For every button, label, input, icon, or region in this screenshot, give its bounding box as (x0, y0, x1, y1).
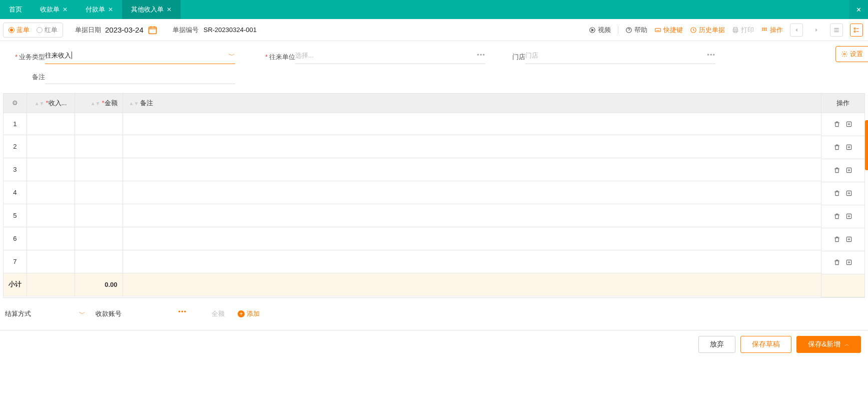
settlement-method-label: 结算方式 (5, 309, 31, 318)
svg-point-15 (843, 53, 845, 55)
add-row-icon[interactable] (845, 213, 852, 220)
history-link[interactable]: 历史单据 (690, 26, 725, 35)
delete-icon[interactable] (833, 190, 840, 197)
svg-rect-3 (655, 28, 661, 32)
save-draft-button[interactable]: 保存草稿 (740, 336, 791, 353)
col-header-ops: 操作 (821, 94, 864, 113)
sort-icon[interactable]: ▲▼ (129, 101, 139, 106)
more-icon[interactable]: ••• (477, 51, 485, 59)
chevron-down-icon: ﹀ (229, 51, 235, 60)
store-label: 门店 (512, 53, 525, 61)
subtotal-row: 小计 0.00 (4, 273, 821, 296)
table-row[interactable]: 7 (4, 250, 821, 273)
svg-rect-13 (854, 28, 855, 29)
add-row-icon[interactable] (845, 144, 852, 151)
biz-type-input[interactable]: 往来收入 ﹀ (45, 50, 235, 64)
delete-icon[interactable] (833, 121, 840, 128)
sort-icon[interactable]: ▲▼ (91, 101, 101, 106)
settlement-row: 结算方式 ﹀ 收款账号 ••• 全额 + 添加 (0, 298, 868, 330)
remark-field: 备注 (0, 67, 868, 93)
actions-link[interactable]: 操作 (761, 26, 783, 35)
video-link[interactable]: 视频 (589, 26, 611, 35)
calendar-icon[interactable] (148, 25, 158, 35)
delete-icon[interactable] (833, 259, 840, 266)
doc-code-value: SR-20230324-001 (204, 26, 257, 34)
add-settlement-button[interactable]: + 添加 (238, 309, 260, 318)
table-row[interactable]: 5 (4, 204, 821, 227)
save-and-new-button[interactable]: 保存&新增︿ (796, 336, 861, 353)
add-row-icon[interactable] (845, 121, 852, 128)
account-label: 收款账号 (96, 309, 122, 318)
row-ops (821, 251, 864, 274)
svg-rect-7 (762, 28, 763, 29)
add-row-icon[interactable] (845, 259, 852, 266)
prev-record-button[interactable] (790, 24, 803, 37)
next-record-button[interactable] (810, 24, 823, 37)
tab-payment[interactable]: 付款单✕ (77, 0, 122, 19)
close-all-tabs-button[interactable]: ✕ (849, 0, 868, 19)
svg-rect-0 (149, 27, 156, 34)
col-header-remark[interactable]: ▲▼备注 (123, 94, 821, 113)
account-input[interactable]: ••• (127, 307, 187, 321)
doc-code-label: 单据编号 (173, 26, 199, 35)
delete-icon[interactable] (833, 144, 840, 151)
biz-type-label: 业务类型 (19, 53, 45, 61)
svg-rect-11 (764, 29, 765, 30)
col-header-gear[interactable]: ⚙ (4, 94, 27, 113)
row-ops (821, 159, 864, 182)
table-row[interactable]: 4 (4, 181, 821, 204)
doc-date-label: 单据日期 (75, 26, 101, 35)
tab-home[interactable]: 首页 (0, 0, 31, 19)
row-ops (821, 205, 864, 228)
svg-rect-10 (762, 29, 763, 30)
table-row[interactable]: 2 (4, 135, 821, 158)
layout-compact-button[interactable] (830, 24, 843, 37)
sort-icon[interactable]: ▲▼ (35, 101, 45, 106)
close-icon[interactable]: ✕ (63, 6, 68, 13)
doc-date-value[interactable]: 2023-03-24 (105, 26, 144, 34)
party-input[interactable]: 选择... ••• (295, 50, 485, 64)
add-row-icon[interactable] (845, 167, 852, 174)
chevron-up-icon: ︿ (844, 341, 849, 348)
discard-button[interactable]: 放弃 (698, 336, 735, 353)
radio-red[interactable]: 红单 (37, 26, 58, 35)
scrollbar-indicator[interactable] (865, 120, 868, 170)
settlement-method-input[interactable] (36, 307, 81, 321)
plus-icon: + (238, 310, 245, 317)
col-header-income[interactable]: ▲▼*收入... (27, 94, 75, 113)
col-header-amount[interactable]: ▲▼*金额 (75, 94, 123, 113)
row-ops (821, 113, 864, 136)
table-row[interactable]: 1 (4, 113, 821, 135)
delete-icon[interactable] (833, 167, 840, 174)
radio-blue[interactable]: 蓝单 (9, 26, 30, 35)
more-icon[interactable]: ••• (178, 308, 187, 315)
delete-icon[interactable] (833, 213, 840, 220)
print-link[interactable]: 打印 (732, 26, 754, 35)
tab-receipt[interactable]: 收款单✕ (31, 0, 77, 19)
store-field: 门店 门店 ••• (505, 50, 715, 64)
remark-input[interactable] (45, 70, 235, 84)
full-amount-label[interactable]: 全额 (212, 309, 225, 318)
close-icon[interactable]: ✕ (167, 6, 172, 13)
table-row[interactable]: 6 (4, 227, 821, 250)
tab-other-income[interactable]: 其他收入单✕ (122, 0, 181, 19)
layout-detailed-button[interactable] (850, 24, 863, 37)
add-row-icon[interactable] (845, 190, 852, 197)
help-link[interactable]: 帮助 (625, 26, 647, 35)
order-type-radio-group: 蓝单 红单 (3, 23, 63, 38)
shortcut-link[interactable]: 快捷键 (654, 26, 683, 35)
store-input[interactable]: 门店 ••• (525, 50, 715, 64)
table-row[interactable]: 3 (4, 158, 821, 181)
settings-button[interactable]: 设置 (835, 46, 868, 62)
row-ops (821, 136, 864, 159)
delete-icon[interactable] (833, 236, 840, 243)
row-ops (821, 228, 864, 251)
biz-type-field: *业务类型 往来收入 ﹀ (5, 50, 235, 64)
add-row-icon[interactable] (845, 236, 852, 243)
svg-rect-9 (765, 28, 766, 29)
close-icon[interactable]: ✕ (108, 6, 113, 13)
party-field: *往来单位 选择... ••• (255, 50, 485, 64)
toolbar: 蓝单 红单 单据日期 2023-03-24 单据编号 SR-20230324-0… (0, 19, 868, 41)
gear-icon[interactable]: ⚙ (12, 99, 18, 107)
more-icon[interactable]: ••• (707, 51, 715, 59)
